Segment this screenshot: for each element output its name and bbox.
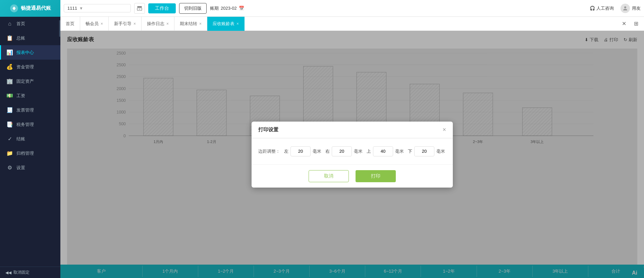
sidebar-item-label: 归档管理 xyxy=(16,150,34,156)
bottom-margin-input[interactable] xyxy=(414,146,434,156)
tab-home[interactable]: 首页 xyxy=(60,17,80,31)
consult-label: 人工咨询 xyxy=(596,5,614,11)
close-all-tab-button[interactable]: ✕ xyxy=(619,19,629,28)
period-value: 2023-02 xyxy=(221,6,237,11)
collapse-label: 取消固定 xyxy=(13,270,30,275)
left-margin-input[interactable] xyxy=(290,146,311,156)
salary-icon: 💵 xyxy=(6,92,13,99)
maximize-tab-button[interactable]: ⊞ xyxy=(631,19,641,28)
logo-text: 畅捷通易代账 xyxy=(21,5,51,11)
sidebar-item-label: 发票管理 xyxy=(16,107,34,113)
tab-guide-label: 新手引导 xyxy=(114,21,131,27)
sidebar-item-label: 总账 xyxy=(16,35,25,41)
tab-aging[interactable]: 应收账龄表 × xyxy=(207,17,245,31)
sidebar-item-funds[interactable]: 💰 资金管理 xyxy=(0,60,60,74)
top-header: 畅捷通易代账 1111 ▼ 工作台 切到旧版 账期 2023-02 📅 🎧 人工… xyxy=(0,0,644,17)
tab-close-label: 期末结转 xyxy=(180,21,197,27)
page-inner: 应收账龄表 ⬇ 下载 🖨 打印 ↻ 刷新 xyxy=(60,31,644,278)
right-margin-unit: 毫米 xyxy=(354,148,363,154)
tabs-bar: 首页 畅会员 × 新手引导 × 操作日志 × 期末结转 × 应收账龄表 × xyxy=(60,17,644,31)
funds-icon: 💰 xyxy=(6,64,13,70)
sidebar-item-assets[interactable]: 🏢 固定资产 xyxy=(0,74,60,88)
tab-close-period[interactable]: 期末结转 × xyxy=(174,17,207,31)
sidebar: ⌂ 首页 📋 总账 📊 报表中心 💰 资金管理 🏢 固定资产 💵 工资 🧾 发票… xyxy=(0,17,60,278)
top-margin-input[interactable] xyxy=(373,146,393,156)
checkout-icon: ✓ xyxy=(6,136,13,142)
archive-nav-icon: 📁 xyxy=(6,150,13,156)
sidebar-item-label: 结账 xyxy=(16,136,25,142)
period-area: 账期 2023-02 📅 xyxy=(210,5,244,11)
modal-header: 打印设置 × xyxy=(252,122,453,138)
sidebar-item-salary[interactable]: 💵 工资 xyxy=(0,88,60,103)
tabs-right: ✕ ⊞ xyxy=(616,19,644,28)
right-margin-group: 右 毫米 xyxy=(325,146,363,156)
dropdown-arrow-icon: ▼ xyxy=(79,6,83,11)
settings-icon: ⚙ xyxy=(6,164,13,171)
modal-overlay: 打印设置 × 边距调整： 左 毫米 xyxy=(60,31,644,278)
sidebar-item-home[interactable]: ⌂ 首页 xyxy=(0,17,60,31)
modal-body: 边距调整： 左 毫米 右 毫米 xyxy=(252,138,453,164)
cancel-button[interactable]: 取消 xyxy=(309,170,349,182)
assets-icon: 🏢 xyxy=(6,78,13,84)
tab-guide-close[interactable]: × xyxy=(133,21,136,26)
print-confirm-button[interactable]: 打印 xyxy=(356,170,396,182)
tab-guide[interactable]: 新手引导 × xyxy=(109,17,142,31)
sidebar-item-label: 固定资产 xyxy=(16,78,34,84)
top-margin-group: 上 毫米 xyxy=(367,146,404,156)
header-right: 🎧 人工咨询 用友 xyxy=(590,4,641,13)
tab-log-label: 操作日志 xyxy=(147,21,164,27)
sidebar-item-label: 设置 xyxy=(16,165,25,171)
headset-icon: 🎧 xyxy=(590,6,595,11)
bottom-direction-label: 下 xyxy=(408,148,412,154)
archive-icon xyxy=(137,5,143,11)
sidebar-item-ledger[interactable]: 📋 总账 xyxy=(0,31,60,45)
tax-icon: 📑 xyxy=(6,121,13,128)
top-direction-label: 上 xyxy=(367,148,371,154)
calendar-icon[interactable]: 📅 xyxy=(239,6,244,11)
invoice-icon: 🧾 xyxy=(6,107,13,113)
margin-adjust-label: 边距调整： xyxy=(258,148,280,154)
user-area[interactable]: 用友 xyxy=(621,4,641,13)
username: 用友 xyxy=(632,5,641,11)
collapse-icon: ◀◀ xyxy=(5,270,11,275)
svg-rect-1 xyxy=(137,6,142,7)
margin-row: 边距调整： 左 毫米 右 毫米 xyxy=(258,146,446,156)
reports-icon: 📊 xyxy=(6,49,13,56)
content-area: 首页 畅会员 × 新手引导 × 操作日志 × 期末结转 × 应收账龄表 × xyxy=(60,17,644,278)
company-selector[interactable]: 1111 ▼ xyxy=(64,4,131,12)
tab-home-label: 首页 xyxy=(66,21,74,27)
right-margin-input[interactable] xyxy=(332,146,352,156)
collapse-button[interactable]: ◀◀ 取消固定 xyxy=(0,267,60,278)
period-label: 账期 xyxy=(210,5,219,11)
user-icon xyxy=(622,5,628,11)
main-layout: ⌂ 首页 📋 总账 📊 报表中心 💰 资金管理 🏢 固定资产 💵 工资 🧾 发票… xyxy=(0,17,644,278)
sidebar-item-checkout[interactable]: ✓ 结账 xyxy=(0,132,60,146)
tab-log[interactable]: 操作日志 × xyxy=(142,17,174,31)
page-content: 应收账龄表 ⬇ 下载 🖨 打印 ↻ 刷新 xyxy=(60,31,644,278)
tab-member-label: 畅会员 xyxy=(86,21,99,27)
sidebar-item-reports[interactable]: 📊 报表中心 xyxy=(0,45,60,60)
modal-close-button[interactable]: × xyxy=(442,126,446,133)
tab-close-period-close[interactable]: × xyxy=(199,21,202,26)
workbench-button[interactable]: 工作台 xyxy=(148,3,176,13)
svg-point-4 xyxy=(624,6,626,8)
sidebar-item-tax[interactable]: 📑 税务管理 xyxy=(0,117,60,132)
consult-button[interactable]: 🎧 人工咨询 xyxy=(590,5,614,11)
home-icon: ⌂ xyxy=(6,21,13,27)
sidebar-item-label: 资金管理 xyxy=(16,64,34,70)
top-margin-unit: 毫米 xyxy=(395,148,404,154)
tab-aging-label: 应收账龄表 xyxy=(213,21,234,27)
logo-icon xyxy=(9,4,19,13)
tab-log-close[interactable]: × xyxy=(166,21,169,26)
tab-member-close[interactable]: × xyxy=(101,21,103,26)
left-direction-label: 左 xyxy=(284,148,288,154)
tab-aging-close[interactable]: × xyxy=(236,21,239,26)
archive-icon-btn[interactable] xyxy=(134,3,145,14)
bottom-margin-unit: 毫米 xyxy=(436,148,445,154)
old-version-button[interactable]: 切到旧版 xyxy=(179,3,207,14)
tab-member[interactable]: 畅会员 × xyxy=(80,17,109,31)
sidebar-item-invoice[interactable]: 🧾 发票管理 xyxy=(0,103,60,117)
sidebar-item-settings[interactable]: ⚙ 设置 xyxy=(0,160,60,175)
avatar xyxy=(621,4,630,13)
sidebar-item-archive[interactable]: 📁 归档管理 xyxy=(0,146,60,160)
